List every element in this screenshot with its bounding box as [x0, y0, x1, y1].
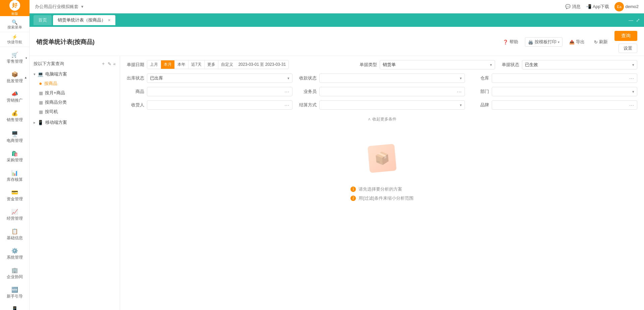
- salesperson-dots-icon[interactable]: ···: [457, 89, 462, 94]
- sidebar-item-marketing[interactable]: 📣 营销推广: [0, 87, 29, 107]
- sales-label: 销售管理: [7, 117, 23, 123]
- export-btn[interactable]: 📤 导出: [567, 38, 587, 46]
- sidebar-item-guide[interactable]: 🆕 新手引导: [0, 283, 29, 303]
- sidebar-item-sales[interactable]: 💰 销售管理: [0, 107, 29, 126]
- tab-minimize-icon[interactable]: —: [629, 17, 633, 23]
- scheme-item-by-product[interactable]: ● 按商品: [30, 79, 120, 88]
- tab-maximize-icon[interactable]: ⤢: [636, 17, 640, 23]
- refresh-btn[interactable]: ↻ 刷新: [591, 38, 610, 46]
- sidebar-item-enterprise[interactable]: 🏢 企业协同: [0, 264, 29, 283]
- finance-icon: 💳: [11, 189, 18, 196]
- template-print-label: 按模板打印: [535, 39, 556, 45]
- brand-select[interactable]: ···: [492, 100, 637, 110]
- scheme-group-mobile-header[interactable]: 📱 移动端方案: [30, 118, 120, 127]
- sidebar-search[interactable]: 🔍 搜索菜单: [0, 16, 29, 32]
- avatar-text: Ea: [617, 5, 622, 9]
- hint-number-1: 1: [351, 187, 356, 192]
- receiver-select[interactable]: ···: [147, 100, 292, 110]
- doc-type-value: 销货单: [383, 62, 396, 68]
- sales-icon: 💰: [11, 110, 18, 116]
- inventory-icon: 📊: [11, 170, 18, 176]
- scheme-panel-header: 按以下方案查询 ＋ ✎ «: [30, 59, 120, 69]
- sidebar-item-purchase[interactable]: 🛍️ 采购管理: [0, 147, 29, 166]
- help-btn[interactable]: ❓ 帮助: [500, 38, 521, 46]
- mobile-group-toggle-icon: [34, 120, 36, 125]
- out-status-select[interactable]: 已出库: [147, 73, 292, 83]
- tab-sales-stats[interactable]: 销货单统计表（按商品） ✕: [53, 15, 115, 25]
- date-btn-custom[interactable]: 自定义: [218, 60, 236, 69]
- query-button[interactable]: 查询: [614, 31, 637, 41]
- apps-icon: 📱: [11, 306, 18, 310]
- product-label: 商品: [127, 89, 144, 95]
- sidebar-item-inventory[interactable]: 📊 库存核算: [0, 166, 29, 186]
- sidebar-item-apps[interactable]: 📱 应用中心: [0, 303, 29, 310]
- sales-stats-tab-label: 销货单统计表（按商品）: [58, 17, 106, 23]
- filter-row-3: 商品 ··· 业务员 ··· 部门: [127, 87, 637, 96]
- payment-select[interactable]: [319, 100, 465, 110]
- product-dots-icon[interactable]: ···: [284, 89, 289, 94]
- collect-status-label: 收款状态: [299, 75, 317, 81]
- collapse-bar[interactable]: ∧ 收起更多条件: [127, 114, 637, 125]
- date-label: 单据日期: [127, 62, 144, 68]
- desktop-group-label: 电脑端方案: [45, 71, 67, 77]
- scheme-add-btn[interactable]: ＋: [101, 61, 106, 67]
- empty-text: 1 请先选择要分析的方案 2 用[过滤]条件来缩小分析范围: [351, 185, 413, 204]
- tab-home[interactable]: 首页: [34, 15, 52, 25]
- empty-icon: 📦: [365, 145, 399, 178]
- out-status-value: 已出库: [150, 75, 163, 81]
- settings-button[interactable]: 设置: [619, 44, 637, 53]
- product-select[interactable]: ···: [147, 87, 292, 96]
- date-btn-last-month[interactable]: 上月: [147, 60, 161, 69]
- finance-label: 资金管理: [7, 196, 23, 202]
- sidebar-item-ecommerce[interactable]: 🖥️ 电商管理: [0, 127, 29, 147]
- logo[interactable]: 好 标版: [0, 0, 30, 16]
- collect-status-select[interactable]: [319, 73, 465, 83]
- template-print-btn[interactable]: 🖨️ 按模板打印 ▾: [525, 37, 562, 47]
- brand-dots-icon[interactable]: ···: [629, 102, 634, 108]
- warehouse-dots-icon[interactable]: ···: [629, 75, 634, 81]
- salesperson-select[interactable]: ···: [319, 87, 465, 96]
- collapse-label: ∧ 收起更多条件: [368, 117, 396, 121]
- help-icon: ❓: [503, 40, 508, 45]
- filter-dept: 部门: [472, 87, 637, 96]
- sidebar-item-wholesale[interactable]: 📦 批发管理 ▲: [0, 68, 29, 87]
- date-selector: 上月 本月 本年 近7天 更多 自定义 2023-03-01 至 2023-03…: [147, 60, 289, 69]
- doc-type-select[interactable]: 销货单: [380, 60, 495, 69]
- receiver-dots-icon[interactable]: ···: [284, 102, 289, 108]
- sidebar-item-system[interactable]: ⚙️ 系统管理: [0, 244, 29, 264]
- dept-select[interactable]: [492, 87, 637, 96]
- tab-close-icon[interactable]: ✕: [108, 18, 111, 22]
- sidebar-item-operations[interactable]: 📈 经营管理: [0, 205, 29, 225]
- scheme-item-by-category[interactable]: ▦ 按商品分类: [30, 98, 120, 107]
- export-label: 导出: [576, 39, 585, 45]
- scheme-item-by-cashier[interactable]: ▦ 按司机: [30, 107, 120, 116]
- warehouse-label: 仓库: [472, 75, 489, 81]
- scheme-edit-btn[interactable]: ✎: [108, 61, 111, 66]
- app-download-btn[interactable]: 📲 App下载: [586, 4, 609, 10]
- industry-dropdown-icon[interactable]: ▾: [81, 4, 84, 9]
- date-btn-more[interactable]: 更多: [205, 60, 218, 69]
- desktop-group-icon: 💻: [38, 71, 43, 77]
- date-btn-this-year[interactable]: 本年: [175, 60, 189, 69]
- basic-label: 基础信息: [7, 235, 23, 241]
- date-btn-this-month[interactable]: 本月: [161, 60, 175, 69]
- filter-product: 商品 ···: [127, 87, 292, 96]
- filter-salesperson: 业务员 ···: [299, 87, 465, 96]
- date-btn-7days[interactable]: 近7天: [189, 60, 205, 69]
- retail-expand-icon: [25, 56, 27, 60]
- sidebar-item-retail[interactable]: 🛒 零售管理: [0, 48, 29, 68]
- by-category-icon: ▦: [39, 100, 43, 105]
- out-status-label: 出库状态: [127, 75, 144, 81]
- hint-text-1: 请先选择要分析的方案: [359, 185, 402, 193]
- sidebar-item-finance[interactable]: 💳 资金管理: [0, 186, 29, 205]
- user-menu[interactable]: Ea demo2: [614, 2, 639, 11]
- message-btn[interactable]: 💬 消息: [565, 4, 581, 10]
- quick-nav[interactable]: ⚡ 快捷导航: [0, 32, 29, 47]
- sidebar-item-basic[interactable]: 📋 基础信息: [0, 225, 29, 244]
- help-label: 帮助: [509, 39, 518, 45]
- scheme-collapse-btn[interactable]: «: [113, 61, 116, 66]
- doc-status-select[interactable]: 已生效: [522, 60, 637, 69]
- scheme-item-by-month-product[interactable]: ▦ 按月+商品: [30, 88, 120, 98]
- warehouse-select[interactable]: ···: [492, 73, 637, 83]
- scheme-group-desktop-header[interactable]: 💻 电脑端方案: [30, 69, 120, 79]
